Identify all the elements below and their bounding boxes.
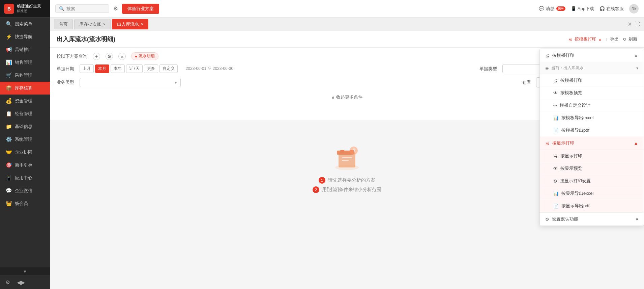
filter-collapse-btn[interactable]: « [118,53,126,60]
trial-btn[interactable]: 体验行业方案 [122,4,159,14]
sidebar-item-search[interactable]: 🔍 搜索菜单 [0,18,50,30]
template-print-toggle-icon: ▲ [634,53,638,58]
sidebar-item-sales[interactable]: 📊 销售管理 [0,56,50,69]
type-select[interactable]: ▾ [80,78,181,87]
step-2-num: 2 [313,186,319,193]
sidebar-scroll-down[interactable]: ▼ [0,267,50,275]
tab-home[interactable]: 首页 [54,19,73,29]
sidebar-item-guide[interactable]: 🎯 新手引导 [0,159,50,172]
export-btn[interactable]: ↑ 导出 [606,36,619,42]
doc-type-label: 单据类型 [479,66,497,72]
display-excel-label: 按显示导出excel [561,190,593,196]
template-print-header-label: 按模板打印 [552,52,574,58]
collapse-more-icon: ∧ [331,95,335,100]
quick-nav-icon: ⚡ [5,34,12,40]
sidebar-item-wechat[interactable]: 💬 企业微信 [0,184,50,197]
empty-step-1: 1 请先选择要分析的方案 [319,177,375,184]
dropdown-item-display-pdf[interactable]: 📄 按显示导出pdf [540,200,644,212]
tab-flow-close[interactable]: × [141,22,143,27]
refresh-btn[interactable]: ↻ 刷新 [623,36,637,42]
sidebar-item-member[interactable]: 👑 畅会员 [0,197,50,210]
service-icon: 🎧 [599,6,605,11]
template-excel-icon: 📊 [553,115,559,121]
dropdown-item-template-custom[interactable]: ✏ 模板自定义设计 [540,99,644,112]
filter-tag-icon: ● [135,54,137,59]
date-label: 单据日期 [57,66,74,72]
display-preview-icon: 👁 [553,166,558,171]
date-btn-more[interactable]: 更多 [144,64,158,73]
print-template-btn[interactable]: 🖨 按模板打印 ▲ [568,36,602,42]
tab-batch-close[interactable]: × [103,22,106,27]
date-buttons: 上月 本月 本年 近7天 更多 自定义 [80,64,178,73]
dropdown-item-template-pdf[interactable]: 📄 按模板导出pdf [540,124,644,137]
settings-bottom-icon[interactable]: ⚙ [5,279,10,286]
app-download-btn[interactable]: 📱 App下载 [571,6,594,12]
sidebar-item-base[interactable]: 📁 基础信息 [0,120,50,133]
dropdown-item-display-settings[interactable]: ⚙ 按显示打印设置 [540,175,644,187]
tab-flow[interactable]: 出入库流水 × [112,19,148,29]
date-btn-custom[interactable]: 自定义 [159,64,178,73]
tab-close-all-icon[interactable]: ✕ [627,21,632,27]
date-btn-last-month[interactable]: 上月 [80,64,94,73]
step-2-text: 用[过滤]条件来缩小分析范围 [322,187,381,193]
dropdown-item-template-print[interactable]: 🖨 按模板打印 [540,74,644,87]
template-pdf-label: 按模板导出pdf [561,127,589,133]
tab-batch-label: 库存批次账 [79,21,101,27]
display-print-section-header[interactable]: 🖨 按显示打印 ▲ [540,137,644,150]
guide-icon: 🎯 [5,162,12,168]
empty-step-2: 2 用[过滤]条件来缩小分析范围 [313,186,381,193]
search-input[interactable] [66,6,106,11]
header-search-box[interactable]: 🔍 [55,4,109,13]
display-print-header-label: 按显示打印 [552,140,574,146]
dropdown-footer[interactable]: ⚙ 设置默认功能 ▾ [540,212,644,226]
display-pdf-label: 按显示导出pdf [561,203,589,209]
dropdown-item-display-preview[interactable]: 👁 按显示预览 [540,162,644,175]
filter-config-btn[interactable]: ⚙ [106,53,113,60]
sidebar-item-quick-nav[interactable]: ⚡ 快捷导航 [0,30,50,43]
date-btn-this-month[interactable]: 本月 [95,64,109,73]
template-print-section-header[interactable]: 🖨 按模板打印 ▲ [540,49,644,62]
user-avatar[interactable]: Rit [629,4,639,14]
sidebar-item-inventory[interactable]: 📦 库存核算 [0,82,50,95]
wechat-icon: 💬 [5,188,12,194]
refresh-icon: ↻ [623,37,626,42]
filter-tag-detail[interactable]: ● 流水明细 [131,52,158,60]
tab-batch[interactable]: 库存批次账 × [74,19,111,29]
sidebar-item-operation[interactable]: 📋 经营管理 [0,107,50,120]
message-btn[interactable]: 💬 消息 99+ [539,6,565,12]
purchase-icon: 🛒 [5,72,12,78]
base-icon: 📁 [5,124,12,130]
dropdown-item-display-excel[interactable]: 📊 按显示导出excel [540,187,644,200]
sidebar-item-system[interactable]: ⚙️ 系统管理 [0,133,50,146]
dropdown-item-template-excel[interactable]: 📊 按模板导出excel [540,112,644,124]
tab-expand-icon[interactable]: ⛶ [635,21,640,27]
sidebar-item-collab[interactable]: 🤝 企业协同 [0,146,50,159]
sidebar-item-purchase[interactable]: 🛒 采购管理 [0,69,50,82]
filter-add-btn[interactable]: + [93,53,100,60]
step-1-text: 请先选择要分析的方案 [328,177,375,183]
inventory-icon: 📦 [5,85,12,91]
current-template-item[interactable]: ◉ 当前：出入库流水 ▾ [540,62,644,74]
date-btn-7-days[interactable]: 近7天 [126,64,143,73]
sidebar-item-marketing[interactable]: 📢 营销推广 [0,43,50,56]
sidebar-logo: B 畅捷通好生意 标准版 [0,0,50,18]
empty-illustration: ? [330,140,364,174]
sidebar-item-appstore[interactable]: 📱 应用中心 [0,172,50,184]
member-icon: 👑 [5,201,12,207]
app-download-label: App下载 [578,6,594,12]
sidebar-item-finance[interactable]: 💰 资金管理 [0,95,50,107]
finance-icon: 💰 [5,98,12,104]
collapse-icon[interactable]: ◀▶ [17,279,25,286]
dropdown-item-display-print[interactable]: 🖨 按显示打印 [540,150,644,162]
online-service-btn[interactable]: 🎧 在线客服 [599,6,624,12]
main-content: 🔍 ⚙ 体验行业方案 💬 消息 99+ 📱 App下载 🎧 在线客服 Rit [50,0,644,289]
print-dropdown-panel: 🖨 按模板打印 ▲ ◉ 当前：出入库流水 ▾ 🖨 按模板打印 👁 按模板预览 [539,49,644,226]
template-print-item-icon: 🖨 [553,78,558,83]
template-custom-icon: ✏ [553,103,557,108]
tab-home-label: 首页 [59,21,68,27]
date-btn-this-year[interactable]: 本年 [111,64,125,73]
header-gear-icon[interactable]: ⚙ [113,5,118,12]
dropdown-item-template-preview[interactable]: 👁 按模板预览 [540,87,644,99]
username-display: Rit [632,7,636,11]
footer-chevron-icon: ▾ [636,217,638,222]
